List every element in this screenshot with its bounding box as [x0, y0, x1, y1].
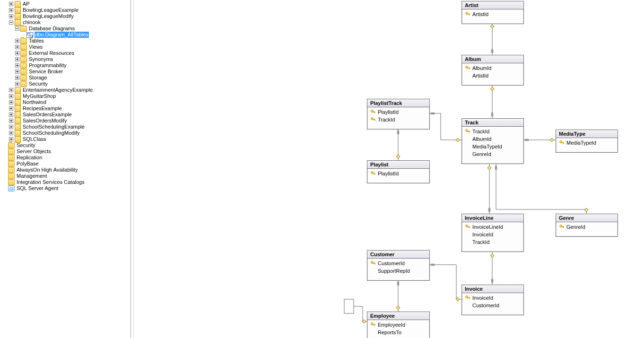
table-column[interactable]: CustomerId: [462, 302, 523, 309]
tree-item[interactable]: SchoolSchedulingExample: [0, 124, 131, 130]
tree-item-label[interactable]: chinook: [22, 19, 41, 26]
tree-item[interactable]: SalesOrdersExample: [0, 112, 131, 118]
tree-item[interactable]: BowlingLeagueModify: [0, 13, 131, 19]
database-diagram-canvas[interactable]: ArtistArtistIdAlbumAlbumIdArtistIdPlayli…: [134, 0, 644, 338]
table-header[interactable]: Album: [462, 55, 523, 63]
tree-item-label[interactable]: RecipesExample: [22, 105, 62, 112]
tree-item-label[interactable]: MyGuitarShop: [22, 93, 56, 99]
diagram-table-artist[interactable]: ArtistArtistId: [461, 1, 524, 24]
tree-item[interactable]: Replication: [0, 155, 131, 161]
table-column[interactable]: GenreId: [556, 223, 618, 231]
diagram-table-playlist[interactable]: PlaylistPlaylistId: [367, 160, 430, 183]
expand-icon[interactable]: [9, 113, 13, 117]
tree-item[interactable]: Views: [0, 44, 131, 50]
tree-item-label[interactable]: AlwaysOn High Availability: [16, 167, 78, 173]
table-column[interactable]: MediaTypeId: [462, 143, 523, 150]
expand-icon[interactable]: [9, 2, 13, 6]
tree-item-label[interactable]: Security: [16, 142, 36, 148]
table-column[interactable]: ReportsTo: [367, 329, 429, 336]
expand-icon[interactable]: [15, 51, 19, 55]
table-column[interactable]: TrackId: [462, 238, 523, 246]
tree-item[interactable]: RecipesExample: [0, 105, 131, 112]
diagram-table-invoice[interactable]: InvoiceInvoiceIdCustomerId: [461, 285, 524, 315]
expand-icon[interactable]: [15, 63, 19, 68]
tree-item[interactable]: Integration Services Catalogs: [0, 179, 131, 185]
expand-icon[interactable]: [15, 69, 19, 74]
expand-icon[interactable]: [9, 125, 13, 129]
expand-icon[interactable]: [15, 45, 19, 49]
tree-item[interactable]: PolyBase: [0, 161, 131, 167]
tree-item[interactable]: External Resources: [0, 50, 131, 56]
tree-item-label[interactable]: Views: [28, 44, 43, 50]
tree-item[interactable]: dbo.Diagram_AllTables: [0, 32, 131, 38]
table-column[interactable]: CustomerId: [367, 260, 429, 267]
table-header[interactable]: Playlist: [367, 161, 429, 169]
splitter[interactable]: [131, 0, 134, 338]
tree-item-label[interactable]: Northwind: [22, 99, 47, 105]
tree-item[interactable]: EntertainmentAgencyExample: [0, 87, 131, 93]
tree-item[interactable]: Tables: [0, 38, 131, 44]
tree-item-label[interactable]: External Resources: [28, 50, 75, 56]
tree-item[interactable]: Server Objects: [0, 148, 131, 155]
tree-item[interactable]: chinook: [0, 19, 131, 26]
tree-item[interactable]: Security: [0, 81, 131, 87]
tree-item-label[interactable]: SalesOrdersModify: [22, 118, 68, 124]
table-header[interactable]: MediaType: [556, 130, 618, 138]
tree-item[interactable]: Synonyms: [0, 56, 131, 62]
tree-item-label[interactable]: Synonyms: [28, 56, 53, 62]
tree-item[interactable]: AP: [0, 1, 131, 7]
tree-item[interactable]: Security: [0, 142, 131, 148]
diagram-table-customer[interactable]: CustomerCustomerIdSupportRepId: [367, 250, 430, 281]
expand-icon[interactable]: [9, 119, 13, 123]
tree-item-label[interactable]: AP: [22, 1, 30, 7]
tree-item[interactable]: MyGuitarShop: [0, 93, 131, 99]
tree-item-label[interactable]: BowlingLeagueModify: [22, 13, 74, 19]
tree-item[interactable]: Storage: [0, 75, 131, 81]
tree-item-label[interactable]: SchoolSchedulingExample: [22, 124, 85, 130]
table-header[interactable]: Customer: [367, 251, 429, 259]
diagram-table-track[interactable]: TrackTrackIdAlbumIdMediaTypeIdGenreId: [461, 118, 524, 164]
tree-item-label[interactable]: SQLClass: [22, 136, 47, 142]
tree-item-label[interactable]: EntertainmentAgencyExample: [22, 87, 93, 93]
tree-item-label[interactable]: SQL Server Agent: [16, 185, 59, 191]
table-column[interactable]: InvoiceId: [462, 294, 523, 302]
tree-item[interactable]: Programmability: [0, 62, 131, 69]
tree-item-label[interactable]: Programmability: [28, 62, 67, 69]
table-column[interactable]: SupportRepId: [367, 267, 429, 275]
table-header[interactable]: InvoiceLine: [462, 214, 523, 222]
diagram-table-album[interactable]: AlbumAlbumIdArtistId: [461, 55, 524, 86]
table-column[interactable]: AlbumId: [462, 64, 523, 72]
tree-item[interactable]: Northwind: [0, 99, 131, 105]
expand-icon[interactable]: [9, 14, 13, 18]
expand-icon[interactable]: [9, 131, 13, 135]
tree-item[interactable]: Management: [0, 173, 131, 179]
tree-item-label[interactable]: Management: [16, 173, 47, 179]
tree-item-label[interactable]: BowlingLeagueExample: [22, 7, 79, 13]
tree-item[interactable]: AlwaysOn High Availability: [0, 167, 131, 173]
expand-icon[interactable]: [15, 76, 19, 80]
tree-item-label[interactable]: Replication: [16, 155, 43, 161]
object-explorer-tree[interactable]: APBowlingLeagueExampleBowlingLeagueModif…: [0, 0, 131, 338]
diagram-table-playlisttrack[interactable]: PlaylistTrackPlaylistIdTrackId: [367, 99, 430, 130]
diagram-table-genre[interactable]: GenreGenreId: [556, 214, 618, 237]
table-column[interactable]: ArtistId: [462, 10, 523, 18]
table-header[interactable]: Artist: [462, 1, 523, 9]
table-header[interactable]: Invoice: [462, 285, 523, 293]
tree-item-label[interactable]: dbo.Diagram_AllTables: [35, 32, 89, 38]
table-header[interactable]: Genre: [556, 214, 618, 222]
tree-item-label[interactable]: Tables: [28, 38, 44, 44]
table-column[interactable]: InvoiceLineId: [462, 223, 523, 231]
tree-item-label[interactable]: Security: [28, 81, 48, 87]
table-column[interactable]: PlaylistId: [367, 170, 429, 177]
tree-item[interactable]: SQLClass: [0, 136, 131, 142]
table-header[interactable]: Employee: [367, 312, 429, 320]
tree-item[interactable]: Service Broker: [0, 69, 131, 75]
expand-icon[interactable]: [15, 39, 19, 43]
diagram-table-mediatype[interactable]: MediaTypeMediaTypeId: [556, 130, 618, 153]
table-column[interactable]: TrackId: [462, 128, 523, 135]
diagram-table-invoiceline[interactable]: InvoiceLineInvoiceLineIdInvoiceIdTrackId: [461, 214, 524, 252]
table-column[interactable]: GenreId: [462, 150, 523, 158]
expand-icon[interactable]: [9, 94, 13, 98]
expand-icon[interactable]: [15, 82, 19, 86]
tree-item-label[interactable]: Integration Services Catalogs: [16, 179, 85, 185]
